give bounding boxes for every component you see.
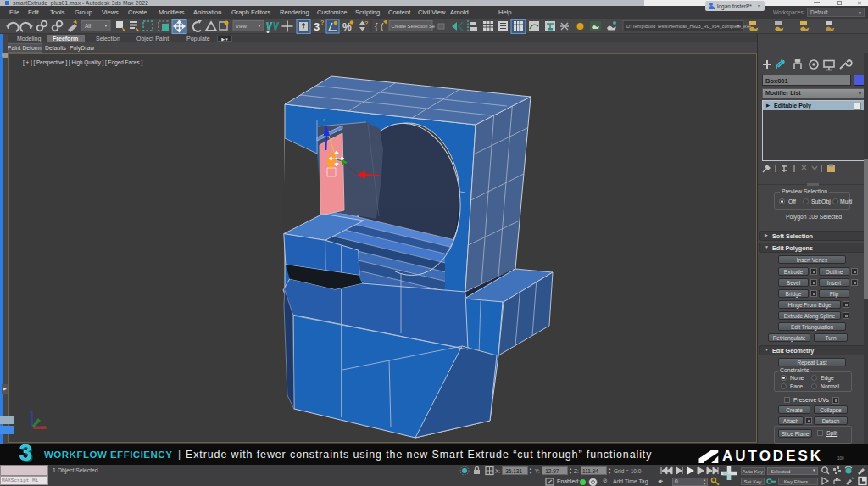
svg-text:D:\Temp\Build Tests\Heimdall_H: D:\Temp\Build Tests\Heimdall_H923_RL_x64… [626, 24, 751, 29]
svg-text:3: 3 [314, 20, 320, 33]
svg-text:(: ( [381, 21, 384, 31]
svg-text:All: All [85, 23, 92, 29]
svg-text:?: ? [364, 20, 368, 26]
svg-text:{: { [375, 21, 378, 31]
svg-text:View: View [236, 24, 248, 29]
svg-text:Create Selection Se: Create Selection Se [392, 24, 436, 29]
svg-text:?: ? [320, 20, 324, 25]
